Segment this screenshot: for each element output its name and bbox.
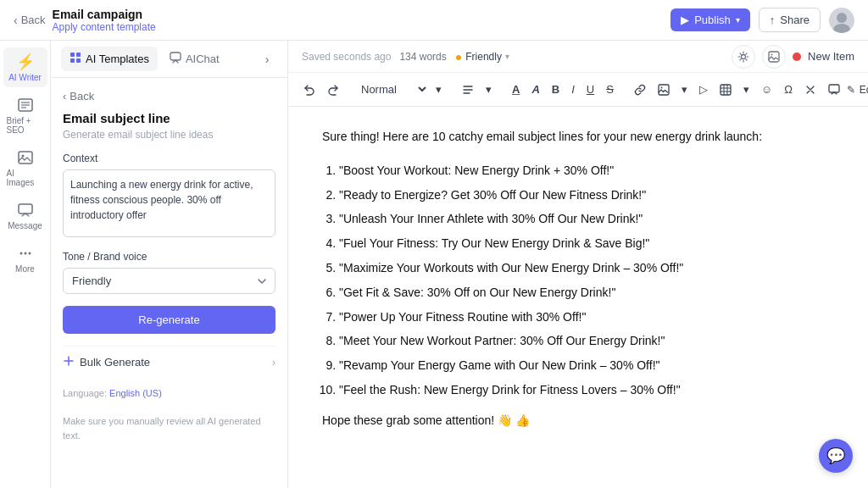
underline-button[interactable]: U bbox=[581, 80, 599, 99]
tone-select[interactable]: Friendly Professional Casual Formal bbox=[63, 268, 275, 294]
tab-ai-templates[interactable]: AI Templates bbox=[61, 47, 158, 71]
context-textarea[interactable]: Launching a new energy drink for active,… bbox=[63, 169, 275, 237]
ai-back-arrow-icon: ‹ bbox=[63, 90, 66, 103]
table-button[interactable] bbox=[715, 80, 737, 99]
format-select[interactable]: Normal Heading 1 Heading 2 Heading 3 bbox=[354, 80, 429, 99]
svg-point-9 bbox=[19, 252, 22, 255]
main-layout: ⚡ AI Writer Brief + SEO AI Images Messag… bbox=[0, 41, 868, 488]
bulk-generate-label: Bulk Generate bbox=[80, 356, 150, 369]
special-chars-button[interactable]: Ω bbox=[779, 80, 798, 99]
ai-writer-icon: ⚡ bbox=[16, 53, 35, 71]
subject-lines-list: "Boost Your Workout: New Energy Drink + … bbox=[322, 161, 834, 401]
sidebar-item-message[interactable]: Message bbox=[3, 196, 47, 236]
svg-rect-6 bbox=[19, 152, 32, 164]
italic-button[interactable]: I bbox=[566, 80, 580, 99]
settings-icon-button[interactable] bbox=[732, 45, 755, 69]
regenerate-button[interactable]: Re-generate bbox=[63, 306, 275, 334]
highlight-icon: A bbox=[531, 83, 539, 96]
highlight-button[interactable]: A bbox=[526, 80, 544, 99]
redo-button[interactable] bbox=[322, 80, 344, 99]
emoji-button[interactable]: ☺ bbox=[756, 80, 777, 99]
svg-rect-23 bbox=[659, 85, 669, 95]
message-icon bbox=[16, 201, 35, 219]
svg-rect-15 bbox=[76, 58, 81, 63]
tab-ai-chat[interactable]: AIChat bbox=[161, 47, 228, 71]
apply-template-link[interactable]: Apply content template bbox=[53, 21, 156, 33]
top-bar-left: ‹ Back Email campaign Apply content temp… bbox=[14, 8, 156, 33]
ai-chat-tab-icon bbox=[170, 52, 181, 66]
image-icon-button[interactable] bbox=[762, 45, 786, 69]
ai-panel-content: ‹ Back Email subject line Generate email… bbox=[51, 78, 287, 488]
list-item: "Revamp Your Energy Game with Our New Dr… bbox=[339, 356, 834, 376]
editor-top-bar: Saved seconds ago 134 words ● Friendly ▾… bbox=[288, 41, 868, 73]
ai-panel: AI Templates AIChat › ‹ Back Email subje… bbox=[51, 41, 288, 488]
font-color-button[interactable]: A bbox=[507, 80, 525, 99]
panel-close-button[interactable]: › bbox=[257, 49, 277, 69]
svg-rect-18 bbox=[769, 52, 779, 62]
svg-point-24 bbox=[660, 86, 662, 88]
table-chevron-button[interactable]: ▾ bbox=[738, 80, 754, 99]
sidebar-item-ai-images[interactable]: AI Images bbox=[3, 143, 47, 192]
tone-chevron-icon: ▾ bbox=[505, 52, 509, 61]
chat-bubble-button[interactable]: 💬 bbox=[819, 439, 853, 473]
sidebar-item-brief-seo[interactable]: Brief + SEO bbox=[3, 91, 47, 140]
new-item-dot bbox=[793, 53, 801, 61]
tone-badge[interactable]: ● Friendly ▾ bbox=[455, 50, 509, 64]
back-arrow-icon: ‹ bbox=[14, 14, 18, 27]
editor-toolbar: Normal Heading 1 Heading 2 Heading 3 ▾ ▾… bbox=[288, 73, 868, 107]
ai-back-button[interactable]: ‹ Back bbox=[63, 90, 275, 103]
strikethrough-button[interactable]: S bbox=[601, 80, 619, 99]
top-bar: ‹ Back Email campaign Apply content temp… bbox=[0, 0, 868, 41]
link-button[interactable] bbox=[629, 80, 651, 99]
image-insert-button[interactable] bbox=[653, 80, 675, 99]
list-item: "Unleash Your Inner Athlete with 30% Off… bbox=[339, 209, 834, 230]
icon-sidebar: ⚡ AI Writer Brief + SEO AI Images Messag… bbox=[0, 41, 51, 488]
editor-intro: Sure thing! Here are 10 catchy email sub… bbox=[322, 127, 834, 147]
editor-content[interactable]: Sure thing! Here are 10 catchy email sub… bbox=[288, 107, 868, 488]
bulk-generate-button[interactable]: Bulk Generate › bbox=[63, 346, 275, 378]
tone-value: Friendly bbox=[465, 51, 502, 63]
svg-point-1 bbox=[833, 24, 850, 33]
lang-value[interactable]: English (US) bbox=[109, 388, 162, 398]
editor-area: Saved seconds ago 134 words ● Friendly ▾… bbox=[288, 41, 868, 488]
svg-rect-25 bbox=[721, 85, 731, 95]
brief-seo-icon bbox=[16, 96, 35, 114]
ai-panel-tabs: AI Templates AIChat › bbox=[51, 41, 287, 78]
list-item: "Ready to Energize? Get 30% Off Our New … bbox=[339, 186, 834, 206]
back-button[interactable]: ‹ Back bbox=[14, 14, 46, 27]
svg-point-19 bbox=[771, 53, 773, 55]
align-button[interactable] bbox=[457, 80, 479, 99]
share-button[interactable]: ↑ Share bbox=[759, 8, 821, 32]
image-chevron-button[interactable]: ▾ bbox=[676, 80, 693, 99]
bulk-generate-chevron-icon: › bbox=[272, 357, 275, 369]
chat-bubble-icon: 💬 bbox=[826, 446, 845, 465]
publish-play-icon: ▶ bbox=[681, 14, 689, 26]
publish-label: Publish bbox=[694, 14, 731, 26]
align-chevron-button[interactable]: ▾ bbox=[481, 80, 497, 99]
sidebar-item-ai-writer[interactable]: ⚡ AI Writer bbox=[3, 47, 47, 87]
sidebar-item-message-label: Message bbox=[8, 221, 42, 230]
clear-format-button[interactable] bbox=[799, 80, 821, 99]
sidebar-item-ai-writer-label: AI Writer bbox=[8, 73, 42, 82]
lang-label: Language: bbox=[63, 388, 107, 398]
sidebar-item-ai-images-label: AI Images bbox=[7, 169, 44, 187]
undo-button[interactable] bbox=[298, 80, 320, 99]
svg-rect-30 bbox=[829, 85, 839, 92]
disclaimer-text: Make sure you manually review all AI gen… bbox=[63, 416, 261, 441]
list-item: "Maximize Your Workouts with Our New Ene… bbox=[339, 258, 834, 279]
avatar[interactable] bbox=[829, 8, 854, 33]
bold-button[interactable]: B bbox=[547, 80, 565, 99]
format-chevron-button[interactable]: ▾ bbox=[431, 80, 447, 99]
comment-button[interactable] bbox=[823, 80, 845, 99]
svg-rect-12 bbox=[70, 53, 75, 57]
tab-ai-templates-label: AI Templates bbox=[86, 53, 149, 65]
pencil-icon: ✎ bbox=[847, 84, 855, 96]
editing-badge[interactable]: ✎ Editing ▾ bbox=[847, 84, 868, 96]
sidebar-item-more[interactable]: More bbox=[3, 239, 47, 279]
bulk-generate-icon bbox=[63, 355, 75, 369]
svg-rect-16 bbox=[170, 53, 181, 60]
play-button[interactable]: ▷ bbox=[694, 80, 713, 99]
list-item: "Feel the Rush: New Energy Drink for Fit… bbox=[339, 380, 834, 401]
sidebar-item-brief-seo-label: Brief + SEO bbox=[7, 116, 44, 135]
publish-button[interactable]: ▶ Publish ▾ bbox=[670, 8, 750, 31]
